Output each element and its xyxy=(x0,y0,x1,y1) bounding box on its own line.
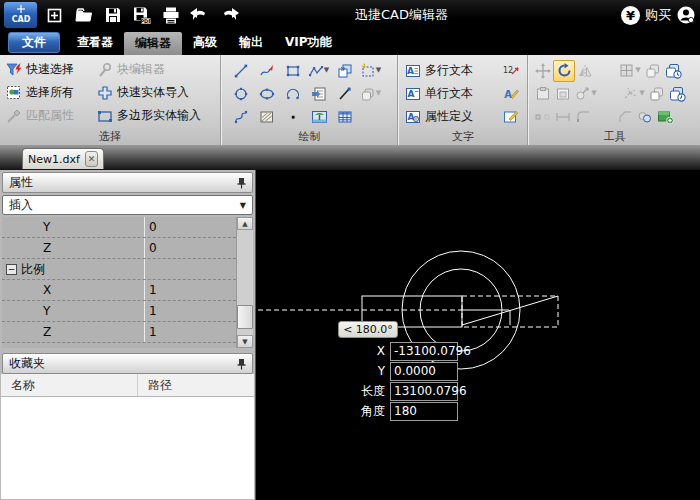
tooltip-label: X xyxy=(350,344,390,358)
align-tool-button[interactable] xyxy=(533,111,553,123)
property-row: Y 0 xyxy=(2,217,236,238)
edit-attribute-button[interactable] xyxy=(501,110,521,124)
scrollbar-thumb[interactable] xyxy=(237,305,253,329)
paste-special-button[interactable] xyxy=(663,63,683,79)
ribbon-section-select: 快速选择 选择所有 匹配属性 xyxy=(0,55,220,145)
new-file-button[interactable] xyxy=(41,3,68,27)
draw-rectangle-button[interactable] xyxy=(280,63,306,79)
pin-icon[interactable] xyxy=(237,358,246,370)
drawing-canvas[interactable]: < 180.0° X -13100.0796 Y 0.0000 长度 13100… xyxy=(256,170,700,500)
rotate-tool-button[interactable] xyxy=(553,60,575,82)
pin-icon[interactable] xyxy=(237,177,246,189)
quick-select-icon xyxy=(6,62,22,78)
block-editor-button[interactable]: 块编辑器 xyxy=(97,58,201,81)
property-value[interactable]: 0 xyxy=(149,241,157,255)
favorites-list[interactable] xyxy=(1,397,254,499)
draw-polyline-button[interactable]: ▼ xyxy=(306,63,332,79)
draw-arc-button[interactable] xyxy=(280,86,306,102)
paste-tool-button[interactable] xyxy=(533,86,553,101)
property-value[interactable]: 0 xyxy=(149,220,157,234)
menu-file[interactable]: 文件 xyxy=(8,32,60,53)
chamfer-tool-button[interactable] xyxy=(615,110,635,124)
menu-advanced[interactable]: 高级 xyxy=(182,30,228,55)
favorites-column-name[interactable]: 名称 xyxy=(1,374,138,396)
draw-text-block-button[interactable] xyxy=(306,86,332,102)
draw-line-button[interactable] xyxy=(228,63,254,79)
menu-vip[interactable]: VIP功能 xyxy=(274,30,343,55)
match-properties-button[interactable]: 匹配属性 xyxy=(6,104,74,127)
draw-point-button[interactable] xyxy=(280,109,306,125)
scroll-up-icon[interactable]: ▲ xyxy=(237,217,253,230)
redo-button[interactable] xyxy=(215,3,242,27)
draw-hatch-button[interactable] xyxy=(254,109,280,125)
property-label: Z xyxy=(2,325,51,339)
tooltip-row: 长度 13100.0796 xyxy=(350,381,463,401)
buy-button[interactable]: 购买 xyxy=(645,6,671,24)
draw-freehand-button[interactable] xyxy=(254,63,280,79)
explode-tool-button[interactable]: ▼ xyxy=(621,86,647,101)
paste-block-tool-button[interactable] xyxy=(553,86,573,101)
menu-viewer[interactable]: 查看器 xyxy=(66,30,124,55)
stext-button[interactable]: A 单行文本 xyxy=(405,82,473,105)
scroll-down-icon[interactable]: ▼ xyxy=(237,335,253,348)
draw-ellipse-button[interactable] xyxy=(254,86,280,102)
tab-close-button[interactable]: ✕ xyxy=(85,151,98,167)
export-block-button[interactable] xyxy=(655,109,675,125)
entity-type-select[interactable]: 插入 ▼ xyxy=(2,195,253,215)
print-button[interactable] xyxy=(157,3,184,27)
draw-block-insert-button[interactable] xyxy=(332,63,358,79)
copy-tool-button[interactable] xyxy=(643,63,663,79)
document-tab[interactable]: New1.dxf ✕ xyxy=(22,148,104,169)
draw-table-button[interactable] xyxy=(332,109,358,125)
undo-button[interactable] xyxy=(186,3,213,27)
property-value[interactable]: 1 xyxy=(149,304,157,318)
copy-entities-tool-button[interactable] xyxy=(647,86,667,102)
fillet-tool-button[interactable] xyxy=(573,110,593,124)
polygon-entity-input-button[interactable]: 多边形实体输入 xyxy=(97,104,201,127)
draw-clone-button[interactable]: ▼ xyxy=(358,86,384,102)
measure-tool-button[interactable] xyxy=(553,111,573,123)
property-label: Y xyxy=(2,220,50,234)
mtext-button[interactable]: A 多行文本 xyxy=(405,59,473,82)
property-row: Y 1 xyxy=(2,301,236,322)
array-tool-button[interactable]: ▼ xyxy=(617,63,643,78)
property-value[interactable]: 1 xyxy=(149,283,157,297)
draw-image-button[interactable] xyxy=(306,109,332,125)
draw-circle-button[interactable] xyxy=(228,86,254,102)
paste-origin-button[interactable] xyxy=(667,86,687,102)
save-as-pdf-button[interactable]: PDF xyxy=(128,3,155,27)
text-scale-button[interactable]: 12 xyxy=(501,64,521,78)
menu-editor[interactable]: 编辑器 xyxy=(124,32,182,55)
draw-spline-button[interactable] xyxy=(228,109,254,125)
polyline-dropdown[interactable]: ▼ xyxy=(324,67,329,74)
draw-construction-line-button[interactable] xyxy=(332,86,358,102)
mirror-tool-button[interactable] xyxy=(575,63,595,79)
scale-tool-button[interactable]: ▼ xyxy=(573,86,599,101)
select-all-button[interactable]: 选择所有 xyxy=(6,81,74,104)
redo-icon xyxy=(218,6,240,24)
favorites-column-path[interactable]: 路径 xyxy=(138,374,254,396)
menu-output[interactable]: 输出 xyxy=(228,30,274,55)
text-edit-button[interactable]: A xyxy=(501,87,521,101)
user-account-icon[interactable] xyxy=(676,5,696,25)
save-button[interactable] xyxy=(99,3,126,27)
attribute-define-button[interactable]: A 属性定义 xyxy=(405,105,473,128)
tooltip-value: 0.0000 xyxy=(390,362,458,381)
svg-text:A: A xyxy=(504,89,512,100)
region-dropdown[interactable]: ▼ xyxy=(376,67,381,74)
quick-entity-import-button[interactable]: 快速实体导入 xyxy=(97,81,201,104)
property-group-row[interactable]: − 比例 xyxy=(2,259,236,280)
quick-select-button[interactable]: 快速选择 xyxy=(6,58,74,81)
property-row: X 1 xyxy=(2,280,236,301)
ribbon-section-draw: ▼ ▼ xyxy=(222,55,397,145)
draw-region-button[interactable]: ▼ xyxy=(358,63,384,79)
property-label: Z xyxy=(2,241,51,255)
clone-icon xyxy=(361,86,375,102)
property-value[interactable]: 1 xyxy=(149,325,157,339)
property-grid-scrollbar[interactable]: ▲ ▼ xyxy=(236,217,253,348)
section-label-select: 选择 xyxy=(0,129,220,144)
collapse-icon[interactable]: − xyxy=(6,264,17,275)
open-file-button[interactable] xyxy=(70,3,97,27)
blend-tool-button[interactable] xyxy=(635,110,655,124)
move-tool-button[interactable] xyxy=(533,63,553,79)
